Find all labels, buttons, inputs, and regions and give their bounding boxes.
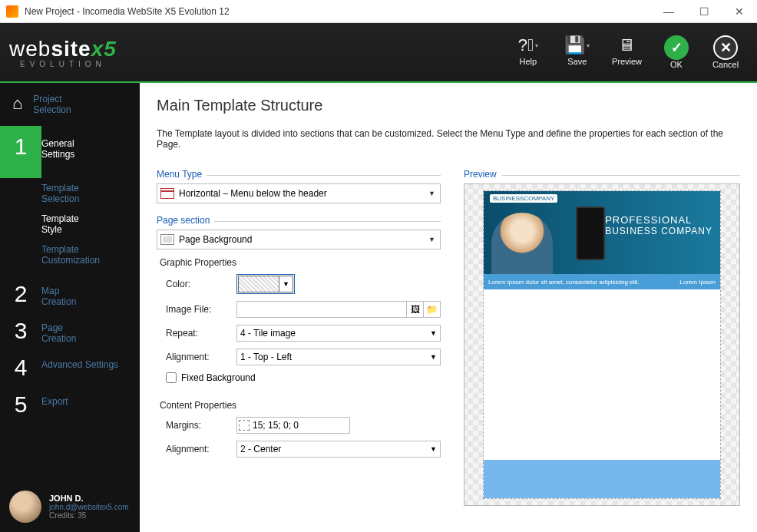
page-section-icon [160,234,174,245]
preview-person [491,213,553,274]
page-title: Main Template Structure [157,97,740,114]
sidebar-step-5[interactable]: 5 Export [0,381,140,418]
alignment-select[interactable]: 1 - Top - Left▼ [236,349,441,365]
menu-type-select[interactable]: Horizontal – Menu below the header ▼ [157,183,441,203]
sidebar-step-4[interactable]: 4 Advanced Settings [0,344,140,381]
user-email: john.d@websitex5.com [49,503,129,511]
maximize-button[interactable]: ☐ [686,0,722,23]
chevron-down-icon: ▼ [430,329,437,337]
sidebar-step-2[interactable]: 2 Map Creation [0,270,140,307]
image-library-button[interactable]: 🖼 [407,301,424,318]
preview-footer [484,460,720,498]
preview-area: BUSINESSCOMPANY PROFESSIONAL BUSINESS CO… [464,183,740,506]
menu-type-label: Menu Type [157,169,207,180]
color-dropdown[interactable]: ▼ [279,276,293,292]
content-alignment-select[interactable]: 2 - Center▼ [236,441,441,458]
preview-phone [576,207,605,260]
sidebar-step-3[interactable]: 3 Page Creation [0,307,140,344]
app-logo: websitex5 EVOLUTION [9,37,117,68]
image-browse-button[interactable]: 📁 [424,301,441,318]
margins-input[interactable]: 15; 15; 0; 0 [236,417,350,434]
preview-canvas: BUSINESSCOMPANY PROFESSIONAL BUSINESS CO… [483,190,721,499]
sidebar-sub-template-style[interactable]: Template Style [41,209,140,240]
color-label: Color: [166,279,236,289]
chevron-down-icon: ▼ [425,236,438,243]
chevron-down-icon: ▼ [430,353,437,361]
margins-label: Margins: [166,420,236,431]
chevron-down-icon: ▼ [425,190,438,197]
menu-type-icon [160,188,174,199]
user-box[interactable]: JOHN D. john.d@websitex5.com Credits: 35 [0,481,140,532]
alignment-label: Alignment: [166,352,236,362]
fixed-background-checkbox[interactable]: Fixed Background [166,372,441,383]
margins-icon [239,420,250,431]
home-icon: ⌂ [12,94,22,114]
image-file-input[interactable] [236,301,407,318]
preview-icon: 🖥 [618,35,635,55]
sidebar-sub-template-selection[interactable]: Template Selection [41,178,140,209]
avatar [9,491,41,523]
help-button[interactable]: ?⃝▾ Help [507,32,549,72]
preview-label: Preview [464,169,501,180]
preview-body [484,289,720,460]
page-section-label: Page section [157,215,214,226]
image-file-label: Image File: [166,304,236,315]
page-section-select[interactable]: Page Background ▼ [157,230,441,249]
graphic-properties-label: Graphic Properties [160,257,441,268]
preview-button[interactable]: 🖥 Preview [606,32,648,72]
page-description: The Template layout is divided into sect… [157,128,740,150]
ok-button[interactable]: ✓ OK [656,32,697,72]
close-icon: ✕ [713,35,738,60]
sidebar-sub-template-customization[interactable]: Template Customization [41,240,140,270]
app-icon [6,5,18,18]
save-button[interactable]: 💾▾ Save [557,32,598,72]
cancel-button[interactable]: ✕ Cancel [705,32,746,72]
repeat-label: Repeat: [166,328,236,339]
content-properties-label: Content Properties [160,400,441,411]
toolbar: websitex5 EVOLUTION ?⃝▾ Help 💾▾ Save 🖥 P… [0,23,757,83]
content-alignment-label: Alignment: [166,444,236,454]
user-name: JOHN D. [49,494,129,503]
sidebar-home[interactable]: ⌂ Project Selection [0,83,140,115]
window-title: New Project - Incomedia WebSite X5 Evolu… [25,6,651,17]
user-credits: Credits: 35 [49,511,129,520]
help-icon: ?⃝▾ [518,35,538,55]
chevron-down-icon: ▼ [430,445,437,453]
preview-header: BUSINESSCOMPANY PROFESSIONAL BUSINESS CO… [484,191,720,274]
repeat-select[interactable]: 4 - Tile image▼ [236,325,441,342]
color-swatch[interactable] [238,276,279,292]
preview-subheader: Lorem ipsum dolor sit amet, consectetur … [484,274,720,289]
sidebar: ⌂ Project Selection 1 General Settings T… [0,83,140,532]
check-icon: ✓ [664,35,689,60]
sidebar-step-1[interactable]: 1 General Settings [0,115,140,178]
main-panel: Main Template Structure The Template lay… [140,83,757,532]
titlebar: New Project - Incomedia WebSite X5 Evolu… [0,0,757,23]
close-window-button[interactable]: ✕ [722,0,757,23]
preview-logo: BUSINESSCOMPANY [490,194,557,203]
save-icon: 💾▾ [564,35,590,55]
minimize-button[interactable]: — [651,0,686,23]
